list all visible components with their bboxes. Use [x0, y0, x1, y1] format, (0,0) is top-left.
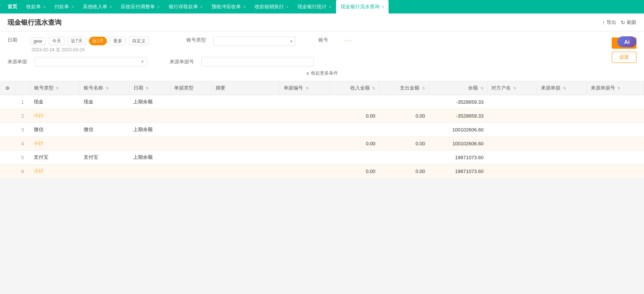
row-expense: 0.00	[379, 137, 429, 151]
nav-tab-label-6: 收款核销执行	[255, 3, 284, 10]
export-button[interactable]: ↑ 导出	[602, 19, 616, 26]
row-summary	[212, 109, 279, 123]
row-source-doc-no	[587, 164, 644, 178]
row-account-name	[80, 164, 130, 178]
nav-tab-8[interactable]: 现金银行流水查询×	[336, 0, 389, 13]
nav-tab-4[interactable]: 银行存取款单×	[164, 0, 207, 13]
row-account-type: 小计	[30, 164, 80, 178]
row-doc-no	[280, 151, 330, 164]
nav-tab-label-1: 付款单	[54, 3, 69, 10]
nav-tab-close-0[interactable]: ×	[43, 4, 45, 9]
date-btn-more[interactable]: 更多	[110, 37, 126, 45]
nav-tab-7[interactable]: 现金银行统计×	[293, 0, 336, 13]
balance-header[interactable]: 余额 ⇅	[429, 81, 487, 95]
nav-tab-label-7: 现金银行统计	[297, 3, 327, 10]
row-number: 2	[15, 109, 30, 123]
row-account-type: 支付宝	[30, 151, 80, 164]
date-range: 2023-02-24 至 2023-03-24	[32, 47, 149, 53]
nav-tab-close-1[interactable]: ×	[71, 4, 74, 9]
source-doc-select[interactable]: ▾	[35, 57, 147, 66]
row-source-doc	[537, 164, 587, 178]
row-gear	[0, 109, 15, 123]
account-type-label: 账号类型	[186, 37, 206, 43]
doc-no-header[interactable]: 单据编号 ⇅	[280, 81, 330, 95]
nav-tab-label-3: 应收应付调整单	[121, 3, 155, 10]
row-balance: 100102606.60	[429, 123, 487, 137]
nav-tab-close-2[interactable]: ×	[110, 4, 112, 9]
date-btn-today[interactable]: 今天	[49, 37, 65, 45]
row-date	[129, 137, 170, 151]
nav-tab-close-7[interactable]: ×	[329, 4, 331, 9]
nav-tab-close-6[interactable]: ×	[286, 4, 288, 9]
settings-button[interactable]: 设置	[612, 52, 636, 63]
row-expense	[379, 95, 429, 109]
source-doc-no-input[interactable]	[201, 57, 314, 66]
row-counterpart	[487, 95, 537, 109]
ai-badge[interactable]: Ai	[617, 36, 636, 47]
source-doc-col-header[interactable]: 来源单据 ⇅	[537, 81, 587, 95]
income-header[interactable]: 收入金额 ⇅	[329, 81, 379, 95]
row-source-doc	[537, 151, 587, 164]
account-type-header[interactable]: 账号类型 ⇅	[30, 81, 80, 95]
row-source-doc	[537, 109, 587, 123]
date-btn-7days[interactable]: 近7天	[68, 37, 86, 45]
row-gear	[0, 123, 15, 137]
collapse-bar[interactable]: ∧ 收起更多条件	[8, 68, 636, 77]
counterpart-header[interactable]: 对方户名 ⇅	[487, 81, 537, 95]
table-row: 1现金现金上期余额-3528659.33	[0, 95, 644, 109]
row-account-type: 微信	[30, 123, 80, 137]
row-counterpart	[487, 109, 537, 123]
row-balance: 100102606.60	[429, 137, 487, 151]
row-account-name: 现金	[80, 95, 130, 109]
row-num-header	[15, 81, 30, 95]
nav-home[interactable]: 首页	[3, 0, 22, 13]
sort-icon-date: ⇅	[146, 86, 149, 90]
source-doc-no-col-header[interactable]: 来源单据号 ⇅	[587, 81, 644, 95]
table-row: 3微信微信上期余额100102606.60	[0, 123, 644, 137]
row-expense	[379, 123, 429, 137]
nav-tab-close-3[interactable]: ×	[157, 4, 159, 9]
account-dots-button[interactable]: ···	[341, 37, 355, 45]
nav-tab-close-8[interactable]: ×	[382, 4, 384, 9]
nav-tab-6[interactable]: 收款核销执行×	[250, 0, 293, 13]
nav-tab-2[interactable]: 其他收入单×	[78, 0, 116, 13]
date-btn-1month[interactable]: 近1月	[89, 37, 107, 45]
date-btn-yesterday[interactable]: gear	[30, 37, 46, 45]
table-header-row: ⚙ 账号类型 ⇅ 账号名称 ⇅ 日期 ⇅ 单据类型 摘要 单据编号 ⇅ 收入金额…	[0, 81, 644, 95]
gear-column-header[interactable]: ⚙	[0, 81, 15, 95]
row-doc-type	[170, 164, 212, 178]
account-type-select[interactable]: ▾	[213, 37, 296, 46]
data-table-container: ⚙ 账号类型 ⇅ 账号名称 ⇅ 日期 ⇅ 单据类型 摘要 单据编号 ⇅ 收入金额…	[0, 81, 644, 178]
doc-type-header: 单据类型	[170, 81, 212, 95]
date-btn-custom[interactable]: 自定义	[129, 37, 149, 45]
refresh-button[interactable]: ↻ 刷新	[621, 19, 636, 26]
row-date	[129, 164, 170, 178]
row-account-name: 支付宝	[80, 151, 130, 164]
row-summary	[212, 164, 279, 178]
nav-tab-5[interactable]: 预收冲应收单×	[207, 0, 250, 13]
account-name-header[interactable]: 账号名称 ⇅	[80, 81, 130, 95]
row-date: 上期余额	[129, 151, 170, 164]
row-summary	[212, 95, 279, 109]
date-buttons: gear 今天 近7天 近1月 更多 自定义	[30, 37, 149, 45]
source-doc-label: 来源单据	[8, 58, 27, 65]
row-gear	[0, 95, 15, 109]
nav-tab-label-0: 收款单	[26, 3, 41, 10]
nav-tab-close-4[interactable]: ×	[200, 4, 203, 9]
row-balance: 19871073.60	[429, 151, 487, 164]
top-navigation: 首页 收款单×付款单×其他收入单×应收应付调整单×银行存取款单×预收冲应收单×收…	[0, 0, 644, 13]
row-account-name	[80, 109, 130, 123]
summary-header: 摘要	[212, 81, 279, 95]
source-doc-chevron-icon: ▾	[141, 59, 144, 64]
row-source-doc-no	[587, 109, 644, 123]
nav-tab-close-5[interactable]: ×	[243, 4, 245, 9]
expense-header[interactable]: 支出金额 ⇅	[379, 81, 429, 95]
nav-tab-0[interactable]: 收款单×	[22, 0, 50, 13]
row-doc-type	[170, 137, 212, 151]
nav-tab-1[interactable]: 付款单×	[50, 0, 78, 13]
date-header[interactable]: 日期 ⇅	[129, 81, 170, 95]
nav-tab-3[interactable]: 应收应付调整单×	[116, 0, 164, 13]
row-balance: -3528659.33	[429, 109, 487, 123]
row-income	[329, 151, 379, 164]
refresh-icon: ↻	[621, 19, 625, 25]
